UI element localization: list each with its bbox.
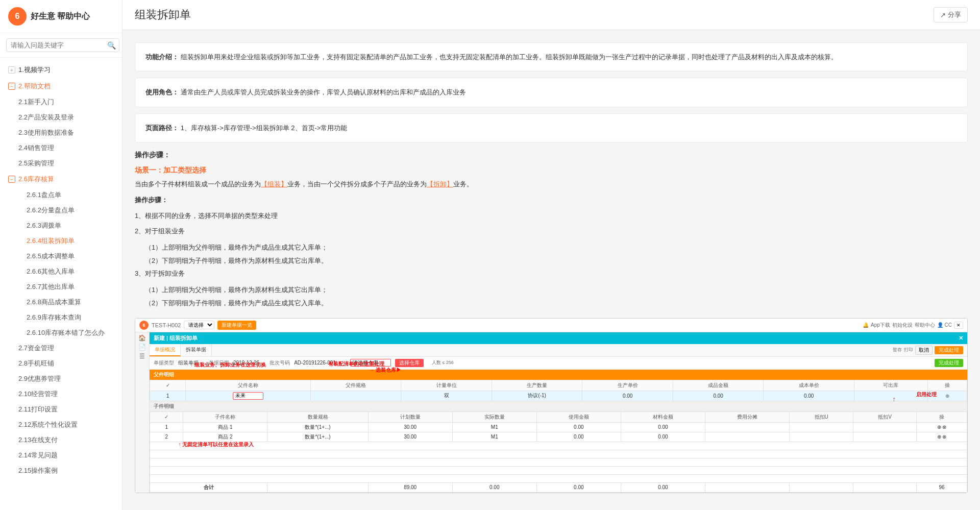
mini-company-select[interactable]: 请选择 xyxy=(184,321,214,329)
sidebar-label: 2.6.8商品成本重算 xyxy=(27,298,81,307)
mini-logo: 6 xyxy=(139,321,149,330)
mini-tab-overview[interactable]: 单据概况 xyxy=(150,344,181,356)
step2-text: 2、对于组装业务 xyxy=(135,225,968,238)
sidebar-item-2-6[interactable]: − 2.6库存核算 xyxy=(0,171,122,187)
sidebar-item-2-15[interactable]: 2.15操作案例 xyxy=(0,463,122,478)
sidebar-item-2-1[interactable]: 2.1新手入门 xyxy=(0,94,122,110)
mini-store-btn[interactable]: 选择仓库 xyxy=(395,359,424,367)
sidebar-item-2-13[interactable]: 2.13在线支付 xyxy=(0,432,122,448)
mini-help: 帮助中心 xyxy=(915,322,935,329)
scene1-desc: 当由多个子件材料组装成一个成品的业务为【组装】业务，当由一个父件拆分成多个子产品… xyxy=(135,178,968,191)
feature-intro-text: 组装拆卸单用来处理企业组装或拆卸等加工业务，支持有固定装配清单的产品加工业务，也… xyxy=(181,53,838,61)
sidebar-item-docs[interactable]: − 2.帮助文档 xyxy=(0,78,122,94)
sidebar-label: 2.8手机旺铺 xyxy=(18,359,54,368)
sidebar-item-2-3[interactable]: 2.3使用前数据准备 xyxy=(0,125,122,140)
lr2-matamt: 0.00 xyxy=(621,432,705,442)
sidebar-label: 2.6.10库存账本错了怎么办 xyxy=(27,328,105,337)
row-prodamt: 0.00 xyxy=(673,391,764,401)
th-check: ✓ xyxy=(150,380,186,391)
lr-useamt: 0.00 xyxy=(536,422,621,432)
sidebar-item-2-8[interactable]: 2.8手机旺铺 xyxy=(0,356,122,371)
mini-new-btn[interactable]: 新建单据一览 xyxy=(217,321,256,330)
mini-modal-close[interactable]: ✕ xyxy=(959,335,963,342)
sidebar-item-2-14[interactable]: 2.14常见问题 xyxy=(0,448,122,463)
sidebar-item-2-6-4[interactable]: 2.6.4组装拆卸单 xyxy=(0,233,122,249)
lr-fee xyxy=(705,422,789,432)
mini-id: TEST-H002 xyxy=(152,322,181,328)
content-area: 功能介绍： 组装拆卸单用来处理企业组装或拆卸等加工业务，支持有固定装配清单的产品… xyxy=(122,30,980,510)
row-prodqty: 协议(-1) xyxy=(492,391,582,401)
sidebar-item-2-6-3[interactable]: 2.6.3调拨单 xyxy=(0,218,122,233)
footer-d1 xyxy=(790,482,853,492)
upper-section-header: 父件明细 ↑ 组装业务、拆卸业务在这里切换 xyxy=(150,370,967,380)
sidebar-item-2-5[interactable]: 2.5采购管理 xyxy=(0,156,122,171)
mini-close-btn[interactable]: ✕ xyxy=(954,322,963,329)
feature-intro-label: 功能介绍： xyxy=(145,53,179,61)
mini-cancel-btn[interactable]: 取消 xyxy=(915,346,933,355)
mini-tab-detail[interactable]: 拆装单据 xyxy=(181,344,212,356)
annotation-enable: 启用处理 xyxy=(916,391,937,398)
th-prod-price: 生产单价 xyxy=(582,380,673,391)
footer-blank xyxy=(267,482,368,492)
collapse-icon: − xyxy=(8,83,15,90)
lr-planqty: 30.00 xyxy=(368,422,452,432)
sidebar-item-2-6-9[interactable]: 2.6.9库存账本查询 xyxy=(0,310,122,325)
mini-doc-icon: 📄 xyxy=(138,344,146,351)
footer-label: 合计 xyxy=(150,482,267,492)
lower-row-2: 2 商品 2 数量*(1+...) 30.00 M1 0.00 0.00 xyxy=(150,432,967,442)
mini-enable-btn[interactable]: 完成处理 xyxy=(935,359,963,367)
lower-row-3 xyxy=(150,442,967,450)
sidebar-item-2-6-10[interactable]: 2.6.10库存账本错了怎么办 xyxy=(0,325,122,341)
role-block: 使用角色： 通常由生产人员或库管人员完成拆装业务的操作，库管人员确认原材料的出库… xyxy=(135,78,968,107)
mini-layout: 🏠 📄 ☰ 新建 | 组装拆卸单 ✕ 单据概况 拆装单据 xyxy=(135,332,967,493)
sidebar-item-2-7[interactable]: 2.7资金管理 xyxy=(0,341,122,356)
sidebar-label: 2.3使用前数据准备 xyxy=(18,128,74,137)
lr2-useamt: 0.00 xyxy=(536,432,621,442)
lower-section-label: 子件明细 xyxy=(154,403,174,409)
mini-modal-tabs: 单据概况 拆装单据 暂存 打印 取消 完成处理 xyxy=(150,344,967,357)
batch-label: 批次号码 xyxy=(270,359,290,367)
share-button[interactable]: ↗ 分享 xyxy=(934,7,968,22)
footer-op: 96 xyxy=(916,482,967,492)
lower-row-7 xyxy=(150,474,967,482)
lower-footer: 合计 89.00 0.00 0.00 0.00 xyxy=(150,482,967,492)
sidebar-item-2-10[interactable]: 2.10经营管理 xyxy=(0,386,122,402)
sidebar-item-2-12[interactable]: 2.12系统个性化设置 xyxy=(0,417,122,432)
row-unit: 双 xyxy=(401,391,492,401)
sidebar-item-2-4[interactable]: 2.4销售管理 xyxy=(0,140,122,156)
lr-dedu2 xyxy=(853,422,917,432)
th-prod-amt: 成品金额 xyxy=(673,380,764,391)
sidebar-label: 2.6.2分量盘点单 xyxy=(27,206,75,215)
search-input[interactable] xyxy=(6,38,119,52)
ops-heading: 操作步骤： xyxy=(135,151,968,160)
fname-input[interactable] xyxy=(233,392,263,400)
logo-icon: 6 xyxy=(8,7,27,26)
main-header: 组装拆卸单 ↗ 分享 xyxy=(122,0,980,30)
sidebar-item-2-6-8[interactable]: 2.6.8商品成本重算 xyxy=(0,295,122,310)
footer-actqty: 0.00 xyxy=(452,482,536,492)
screenshot-container: 6 TEST-H002 请选择 新建单据一览 🔔 App下载 初始化设 帮助中心… xyxy=(135,318,968,493)
sidebar-item-2-11[interactable]: 2.11打印设置 xyxy=(0,402,122,417)
footer-planqty: 89.00 xyxy=(368,482,452,492)
sidebar-item-2-2[interactable]: 2.2产品安装及登录 xyxy=(0,110,122,125)
annotation-enable-arrow: ↑ xyxy=(893,395,896,403)
mini-bell-icon: 🔔 xyxy=(863,322,869,328)
lt-planqty: 计划数量 xyxy=(368,411,452,422)
mini-app-download: App下载 xyxy=(871,322,890,329)
sidebar-item-video[interactable]: + 1.视频学习 xyxy=(0,62,122,78)
annotation-arrow1: → 选装仓库▶ xyxy=(369,367,401,374)
sidebar-item-2-6-6[interactable]: 2.6.6其他入库单 xyxy=(0,264,122,279)
sidebar-label: 2.10经营管理 xyxy=(18,390,58,399)
sidebar-item-2-6-5[interactable]: 2.6.5成本调整单 xyxy=(0,249,122,264)
sidebar-label: 2.6.7其他出库单 xyxy=(27,282,75,292)
feature-intro-block: 功能介绍： 组装拆卸单用来处理企业组装或拆卸等加工业务，支持有固定装配清单的产品… xyxy=(135,42,968,71)
mini-complete-btn[interactable]: 完成处理 xyxy=(935,346,963,354)
sidebar-item-2-6-2[interactable]: 2.6.2分量盘点单 xyxy=(0,203,122,218)
sidebar-item-2-6-7[interactable]: 2.6.7其他出库单 xyxy=(0,279,122,295)
lr2-dedu1 xyxy=(790,432,853,442)
lr2-check: 2 xyxy=(150,432,183,442)
sidebar-item-2-9[interactable]: 2.9优惠券管理 xyxy=(0,371,122,386)
sidebar-item-2-6-1[interactable]: 2.6.1盘点单 xyxy=(0,187,122,203)
share-label: 分享 xyxy=(948,10,961,19)
search-button[interactable]: 🔍 xyxy=(107,41,116,50)
